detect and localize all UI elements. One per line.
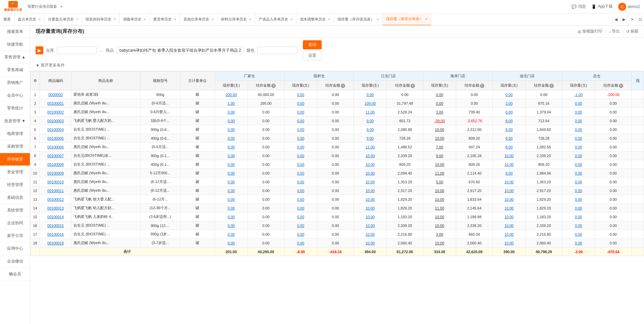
tab-item-5[interactable]: 要货单历史✕ bbox=[150, 13, 180, 26]
tab-expand[interactable]: ⊡ bbox=[636, 13, 644, 26]
tab-item-11[interactable]: 现存量（库存分布表）✕ bbox=[383, 13, 431, 26]
row-code-16[interactable]: 00100016 bbox=[40, 230, 71, 239]
tab-close-2[interactable]: ✕ bbox=[76, 17, 78, 21]
row-code-6[interactable]: 00100006 bbox=[40, 143, 71, 151]
tab-item-0[interactable]: 首页 bbox=[0, 13, 14, 26]
row-c5-qty-7[interactable]: 10.00 bbox=[493, 151, 526, 160]
row-c4-qty-9[interactable]: 11.00 bbox=[423, 169, 456, 178]
row-c1-qty-7[interactable]: 0.00 bbox=[215, 151, 248, 160]
row-c4-qty-17[interactable]: 10.00 bbox=[423, 239, 456, 247]
row-c6-qty-16[interactable]: 0.00 bbox=[562, 230, 595, 239]
row-c2-qty-6[interactable]: 0.00 bbox=[284, 143, 317, 151]
row-c1-qty-11[interactable]: 0.00 bbox=[215, 186, 248, 195]
row-code-9[interactable]: 00100009 bbox=[40, 169, 71, 178]
row-c3-qty-13[interactable]: 10.00 bbox=[354, 204, 387, 213]
row-c1-qty-0[interactable]: 200.00 bbox=[215, 90, 248, 99]
row-c4-qty-0[interactable]: 0.00 bbox=[423, 90, 456, 99]
row-code-12[interactable]: 00100012 bbox=[40, 195, 71, 204]
row-c4-qty-5[interactable]: 10.00 bbox=[423, 134, 456, 143]
tab-item-2[interactable]: 分量盘点单历史✕ bbox=[45, 13, 82, 26]
msg-btn[interactable]: 💬 消息 bbox=[572, 4, 586, 9]
row-c4-qty-6[interactable]: 7.00 bbox=[423, 143, 456, 151]
row-code-17[interactable]: 00100018 bbox=[40, 239, 71, 247]
row-c4-qty-7[interactable]: 9.00 bbox=[423, 151, 456, 160]
row-c2-qty-14[interactable]: 0.00 bbox=[284, 213, 317, 221]
row-c4-qty-4[interactable]: 10.00 bbox=[423, 125, 456, 134]
row-c6-qty-7[interactable]: 0.00 bbox=[562, 151, 595, 160]
nav-select[interactable]: 母婴行业演示陈套 bbox=[28, 4, 57, 9]
row-c6-qty-10[interactable]: 0.00 bbox=[562, 178, 595, 186]
filter-toggle-btn[interactable]: ▶ bbox=[36, 46, 43, 54]
sidebar-item-3[interactable]: 零售商城 bbox=[0, 64, 30, 77]
row-c1-qty-15[interactable]: 0.00 bbox=[215, 221, 248, 230]
tab-item-6[interactable]: 其他出库单历史✕ bbox=[180, 13, 218, 26]
row-c1-qty-5[interactable]: 0.00 bbox=[215, 134, 248, 143]
row-c2-qty-15[interactable]: 0.00 bbox=[284, 221, 317, 230]
row-c3-qty-6[interactable]: 11.00 bbox=[354, 143, 387, 151]
row-c5-qty-10[interactable]: 10.00 bbox=[493, 178, 526, 186]
row-c3-qty-17[interactable]: 10.00 bbox=[354, 239, 387, 247]
sidebar-item-1[interactable]: 快捷导航 bbox=[0, 38, 30, 51]
row-c1-qty-4[interactable]: 0.00 bbox=[215, 125, 248, 134]
total-amt-info[interactable]: ① bbox=[619, 84, 623, 88]
user-btn[interactable]: E demo2 bbox=[618, 3, 640, 11]
row-c6-qty-12[interactable]: 0.00 bbox=[562, 195, 595, 204]
row-c4-qty-15[interactable]: 10.00 bbox=[423, 221, 456, 230]
row-code-15[interactable]: 00100015 bbox=[40, 221, 71, 230]
row-c4-qty-16[interactable]: 3.00 bbox=[423, 230, 456, 239]
tab-item-4[interactable]: 调拨单历史✕ bbox=[120, 13, 150, 26]
row-c2-qty-2[interactable]: 0.00 bbox=[284, 108, 317, 117]
query-btn[interactable]: 查询 bbox=[303, 40, 322, 49]
tab-item-3[interactable]: 组装拆卸单历史✕ bbox=[82, 13, 120, 26]
row-c2-qty-5[interactable]: 0.00 bbox=[284, 134, 317, 143]
tab-item-9[interactable]: 成本调整单历史✕ bbox=[297, 13, 334, 26]
sidebar-item-13[interactable]: 基础信息 bbox=[0, 191, 30, 204]
row-c2-qty-10[interactable]: 0.00 bbox=[284, 178, 317, 186]
sidebar-item-5[interactable]: 会员中心 bbox=[0, 89, 30, 102]
gear-col-header[interactable]: ⚙ bbox=[31, 72, 40, 90]
tab-close-3[interactable]: ✕ bbox=[113, 17, 116, 21]
nanan-amt-info[interactable]: ① bbox=[480, 84, 484, 88]
row-code-13[interactable]: 00100013 bbox=[40, 204, 71, 213]
row-c5-qty-2[interactable]: 6.00 bbox=[493, 108, 526, 117]
jiangbei-amt-info[interactable]: ① bbox=[411, 84, 415, 88]
row-c4-qty-11[interactable]: 10.00 bbox=[423, 186, 456, 195]
row-c3-qty-8[interactable]: 10.00 bbox=[354, 160, 387, 169]
tab-item-1[interactable]: 盘点单历史✕ bbox=[14, 13, 45, 26]
row-c3-qty-16[interactable]: 10.00 bbox=[354, 230, 387, 239]
sidebar-item-2[interactable]: 零售管理 ▲ bbox=[0, 51, 30, 64]
tab-close-10[interactable]: ✕ bbox=[376, 17, 379, 21]
row-code-2[interactable]: 00100002 bbox=[40, 108, 71, 117]
row-c3-qty-14[interactable]: 10.00 bbox=[354, 213, 387, 221]
row-c1-qty-14[interactable]: 0.00 bbox=[215, 213, 248, 221]
tab-close-7[interactable]: ✕ bbox=[249, 17, 252, 21]
row-c3-qty-10[interactable]: 10.00 bbox=[354, 178, 387, 186]
app-btn[interactable]: 📱 App下载 bbox=[591, 4, 613, 9]
row-c1-qty-16[interactable]: 0.00 bbox=[215, 230, 248, 239]
row-c5-qty-6[interactable]: 8.00 bbox=[493, 143, 526, 151]
row-c2-qty-17[interactable]: 0.00 bbox=[284, 239, 317, 247]
sidebar-item-12[interactable]: 经营管理 bbox=[0, 179, 30, 191]
row-c6-qty-0[interactable]: -1.00 bbox=[562, 90, 595, 99]
mucun-amt-info[interactable]: ① bbox=[341, 84, 345, 88]
row-c4-qty-10[interactable]: 5.00 bbox=[423, 178, 456, 186]
row-code-7[interactable]: 00100007 bbox=[40, 151, 71, 160]
row-c2-qty-11[interactable]: 0.00 bbox=[284, 186, 317, 195]
row-c6-qty-8[interactable]: 0.00 bbox=[562, 160, 595, 169]
row-c1-qty-6[interactable]: 0.00 bbox=[215, 143, 248, 151]
sidebar-item-6[interactable]: 零售统计 bbox=[0, 102, 30, 115]
row-c4-qty-8[interactable]: 10.00 bbox=[423, 160, 456, 169]
export-btn[interactable]: ↓ 导出 bbox=[609, 29, 620, 34]
color-input[interactable] bbox=[257, 47, 298, 54]
row-c5-qty-1[interactable]: 3.00 bbox=[493, 99, 526, 108]
row-c2-qty-7[interactable]: 0.00 bbox=[284, 151, 317, 160]
sidebar-item-16[interactable]: 新手引导 bbox=[0, 230, 30, 242]
row-c5-qty-9[interactable]: 9.00 bbox=[493, 169, 526, 178]
tab-item-7[interactable]: 材料出库单历史✕ bbox=[218, 13, 255, 26]
row-c2-qty-1[interactable]: 0.00 bbox=[284, 99, 317, 108]
sidebar-item-19[interactable]: 畅会员 bbox=[0, 268, 30, 281]
row-c4-qty-12[interactable]: 10.00 bbox=[423, 195, 456, 204]
row-c1-qty-8[interactable]: 0.00 bbox=[215, 160, 248, 169]
row-c4-qty-1[interactable]: 0.00 bbox=[423, 99, 456, 108]
row-c4-qty-13[interactable]: 11.00 bbox=[423, 204, 456, 213]
